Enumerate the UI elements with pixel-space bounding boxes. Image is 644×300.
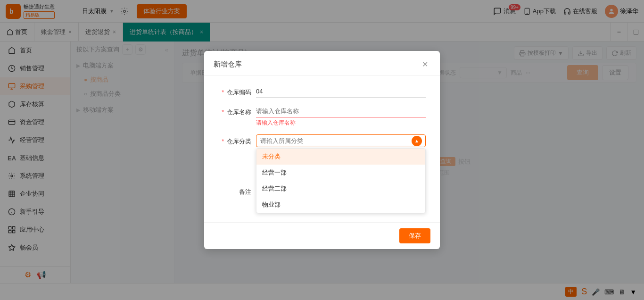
dropdown-item-dept2[interactable]: 经营二部 <box>256 181 425 197</box>
category-row: * 仓库分类 ▲ 未分类 经营一部 经营二部 物业部 <box>218 134 426 147</box>
name-error-message: 请输入仓库名称 <box>256 119 426 127</box>
required-star-name: * <box>222 108 224 116</box>
code-label: * 仓库编码 <box>218 85 256 97</box>
required-star-category: * <box>222 138 224 145</box>
name-input[interactable] <box>256 105 426 117</box>
dialog-body: * 仓库编码 * 仓库名称 请输入仓库名称 <box>204 76 440 222</box>
category-label: * 仓库分类 <box>218 134 256 146</box>
required-star-code: * <box>222 89 224 96</box>
dropdown-item-dept1[interactable]: 经营一部 <box>256 165 425 181</box>
name-row: * 仓库名称 请输入仓库名称 <box>218 105 426 127</box>
category-input[interactable] <box>256 134 426 147</box>
code-row: * 仓库编码 <box>218 85 426 98</box>
name-label: * 仓库名称 <box>218 105 256 117</box>
dialog-close-button[interactable]: ✕ <box>419 58 430 70</box>
dialog-header: 新增仓库 ✕ <box>204 51 440 76</box>
code-field <box>256 85 426 98</box>
category-field: ▲ 未分类 经营一部 经营二部 物业部 <box>256 134 426 147</box>
category-select-wrapper: ▲ <box>256 134 426 147</box>
category-dropdown: 未分类 经营一部 经营二部 物业部 <box>256 148 426 213</box>
note-label: 备注 <box>218 185 256 196</box>
modal-overlay: 新增仓库 ✕ * 仓库编码 * 仓库名称 <box>0 0 644 300</box>
dialog-footer: 保存 <box>204 222 440 249</box>
code-input[interactable] <box>256 85 426 98</box>
category-arrow-button[interactable]: ▲ <box>412 136 422 146</box>
new-warehouse-dialog: 新增仓库 ✕ * 仓库编码 * 仓库名称 <box>204 51 440 249</box>
dropdown-item-uncategorized[interactable]: 未分类 <box>256 149 425 165</box>
dialog-title: 新增仓库 <box>214 60 242 69</box>
dropdown-item-dept3[interactable]: 物业部 <box>256 197 425 213</box>
save-button[interactable]: 保存 <box>399 228 430 243</box>
name-field: 请输入仓库名称 <box>256 105 426 127</box>
